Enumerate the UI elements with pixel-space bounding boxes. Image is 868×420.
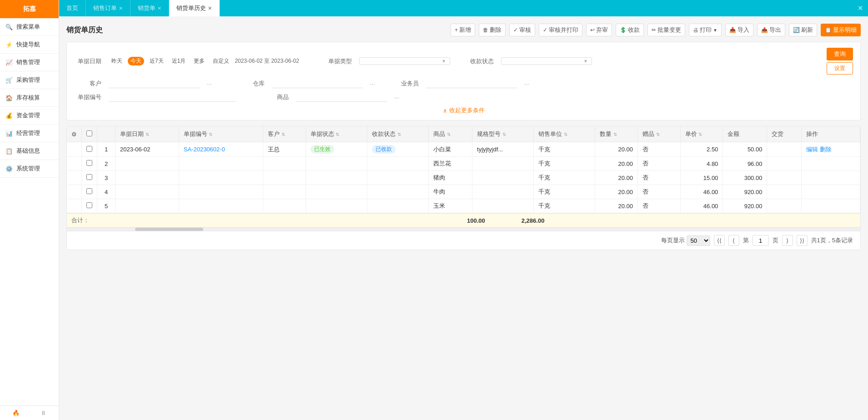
salesperson-input[interactable]	[426, 79, 517, 88]
refresh-button[interactable]: 🔄 刷新	[789, 24, 817, 36]
col-doc-status[interactable]: 单据状态 ⇅	[306, 126, 367, 142]
sidebar-bottom-icon2[interactable]: ⏸	[40, 410, 46, 416]
salesperson-ellipsis[interactable]: ···	[524, 80, 529, 87]
customer-input[interactable]	[109, 79, 200, 88]
sort-doc-status-icon: ⇅	[336, 132, 339, 137]
collapse-button[interactable]: ∧ 收起更多条件	[74, 106, 853, 115]
show-detail-button[interactable]: 📋 显示明细	[821, 24, 861, 36]
sidebar-item-operations[interactable]: 📊 经营管理	[0, 125, 59, 142]
tab-sales-history[interactable]: 销货单历史 ✕	[169, 0, 220, 16]
sidebar-item-quick-nav[interactable]: ⚡ 快捷导航	[0, 36, 59, 54]
sidebar-item-purchase-mgmt[interactable]: 🛒 采购管理	[0, 71, 59, 89]
action-编辑[interactable]: 编辑	[806, 146, 818, 153]
col-settings[interactable]: ⚙	[67, 126, 82, 142]
settings-button[interactable]: 设置	[827, 62, 853, 75]
date-shortcut-last1month[interactable]: 近1月	[169, 57, 189, 65]
tab-sales-history-close[interactable]: ✕	[208, 5, 212, 11]
operations-icon: 📊	[5, 130, 13, 137]
col-unit[interactable]: 销售单位 ⇅	[534, 126, 595, 142]
delete-button[interactable]: 🗑 删除	[479, 24, 506, 36]
action-删除[interactable]: 删除	[820, 146, 832, 153]
doc-type-label: 单据类型	[325, 57, 352, 65]
table-row: 5 玉米 千克 20.00 否 46.00 920.00	[67, 199, 860, 213]
import-button[interactable]: 📥 导入	[725, 24, 753, 36]
col-customer[interactable]: 客户 ⇅	[263, 126, 306, 142]
date-filters: 昨天 今天 近7天 近1月 更多 自定义 2023-06-02 至 2023-0…	[109, 57, 299, 65]
review-button[interactable]: ✓ 审核	[509, 24, 535, 36]
tab-sales-order-close[interactable]: ✕	[119, 5, 123, 11]
discard-icon: ↩	[590, 27, 595, 33]
num-cell: 2	[97, 157, 115, 171]
col-unit-price[interactable]: 单价 ⇅	[680, 126, 723, 142]
sidebar-item-inventory[interactable]: 🏠 库存核算	[0, 89, 59, 107]
sidebar-item-label: 资金管理	[16, 111, 40, 120]
doc-type-select[interactable]: ▼	[359, 57, 450, 65]
col-spec[interactable]: 规格型号 ⇅	[472, 126, 534, 142]
transaction-cell	[767, 142, 801, 157]
date-shortcut-last7[interactable]: 近7天	[147, 57, 166, 65]
date-shortcut-today[interactable]: 今天	[128, 57, 144, 65]
page-number-input[interactable]	[753, 235, 769, 246]
scrollbar-thumb[interactable]	[135, 228, 203, 231]
first-page-button[interactable]: ⟨⟨	[714, 235, 725, 246]
row-checkbox[interactable]	[86, 202, 92, 208]
query-button[interactable]: 查询	[827, 48, 853, 60]
col-product[interactable]: 商品 ⇅	[429, 126, 472, 142]
table-body: 1 2023-06-02 SA-20230602-0 王总 已生效 已收款 小白…	[67, 142, 860, 213]
date-shortcut-custom[interactable]: 自定义	[210, 57, 232, 65]
product-ellipsis[interactable]: ···	[394, 94, 399, 101]
col-doc-date[interactable]: 单据日期 ⇅	[115, 126, 179, 142]
gift-cell: 否	[638, 142, 681, 157]
doc-no-input[interactable]	[109, 93, 236, 102]
select-all-checkbox[interactable]	[86, 130, 92, 136]
warehouse-ellipsis[interactable]: ···	[370, 80, 375, 87]
product-cell: 牛肉	[429, 185, 472, 199]
new-button[interactable]: + 新增	[451, 24, 475, 36]
discard-button[interactable]: ↩ 弃审	[586, 24, 612, 36]
tab-home[interactable]: 首页	[59, 0, 86, 16]
tab-sales-delivery[interactable]: 销货单 ✕	[130, 0, 169, 16]
horizontal-scrollbar[interactable]	[67, 227, 860, 231]
col-doc-no[interactable]: 单据编号 ⇅	[179, 126, 263, 142]
row-checkbox[interactable]	[86, 160, 92, 166]
sidebar-item-label: 搜索菜单	[16, 23, 40, 31]
page-size-dropdown[interactable]: 50 20 100	[687, 235, 710, 246]
col-gift[interactable]: 赠品 ⇅	[638, 126, 681, 142]
tab-sales-delivery-close[interactable]: ✕	[157, 5, 161, 11]
customer-ellipsis[interactable]: ···	[207, 80, 212, 87]
sidebar-item-basic-info[interactable]: 📋 基础信息	[0, 142, 59, 160]
row-checkbox[interactable]	[86, 188, 92, 194]
prev-page-button[interactable]: ⟨	[728, 235, 739, 246]
footer-label: 合计：	[71, 216, 99, 225]
sidebar-item-finance[interactable]: 💰 资金管理	[0, 107, 59, 125]
batch-change-button[interactable]: ✏ 批量变更	[647, 24, 685, 36]
spec-cell	[472, 185, 534, 199]
close-all-tabs-button[interactable]: ✕	[853, 4, 868, 12]
col-payment-status[interactable]: 收款状态 ⇅	[367, 126, 429, 142]
doc-no-link[interactable]: SA-20230602-0	[184, 146, 225, 153]
product-input[interactable]	[296, 93, 387, 102]
warehouse-input[interactable]	[272, 79, 363, 88]
row-checkbox[interactable]	[86, 146, 92, 152]
print-button[interactable]: 🖨 打印 ▼	[689, 24, 722, 36]
sidebar-item-system-mgmt[interactable]: ⚙️ 系统管理	[0, 160, 59, 178]
sidebar-item-search-menu[interactable]: 🔍 搜索菜单	[0, 18, 59, 36]
row-checkbox[interactable]	[86, 174, 92, 180]
col-quantity[interactable]: 数量 ⇅	[595, 126, 638, 142]
payment-status-select[interactable]: ▼	[501, 57, 592, 65]
sidebar-item-sales-mgmt[interactable]: 📈 销售管理	[0, 54, 59, 71]
date-shortcut-yesterday[interactable]: 昨天	[109, 57, 125, 65]
tab-sales-order[interactable]: 销售订单 ✕	[86, 0, 130, 16]
date-shortcut-more[interactable]: 更多	[191, 57, 207, 65]
review-print-button[interactable]: ✓ 审核并打印	[539, 24, 582, 36]
export-button[interactable]: 📤 导出	[757, 24, 785, 36]
actions-cell	[801, 157, 860, 171]
last-page-button[interactable]: ⟩⟩	[797, 235, 808, 246]
main-area: 首页 销售订单 ✕ 销货单 ✕ 销货单历史 ✕ ✕ 销货单历史 + 新增	[59, 0, 868, 420]
purchase-mgmt-icon: 🛒	[5, 76, 13, 84]
collapse-label: 收起更多条件	[449, 106, 485, 115]
next-page-button[interactable]: ⟩	[782, 235, 793, 246]
sidebar-bottom-icon1[interactable]: 🔥	[12, 410, 20, 416]
payment-status-chevron-icon: ▼	[583, 59, 588, 64]
collect-button[interactable]: 💲 收款	[616, 24, 644, 36]
